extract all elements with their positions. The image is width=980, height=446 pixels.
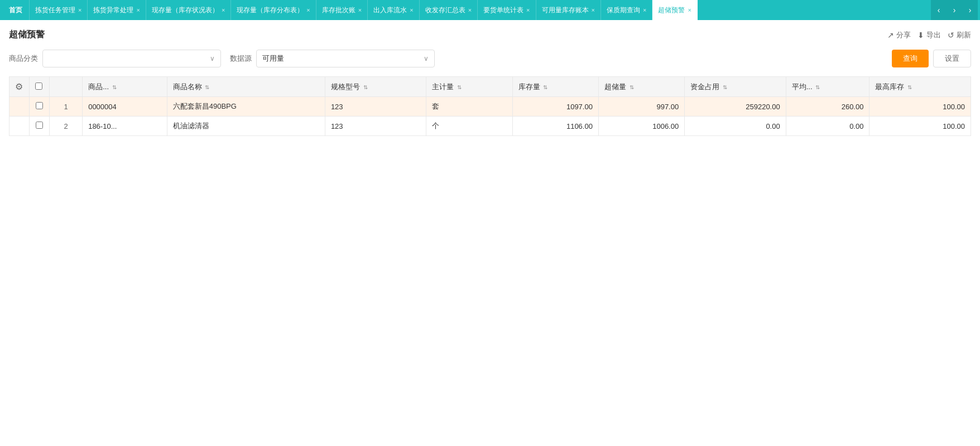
sort-icon-product-name[interactable]: ⇅ xyxy=(205,84,209,90)
header-actions: ↗ 分享 ⬇ 导出 ↺ 刷新 xyxy=(887,30,971,40)
data-source-filter: 数据源 可用量 ∨ xyxy=(230,50,435,67)
row-checkbox-0[interactable] xyxy=(36,102,43,109)
cell-spec-1: 123 xyxy=(325,117,426,136)
cell-overstock-0: 997.00 xyxy=(598,97,684,117)
cell-avg-0: 260.00 xyxy=(786,97,869,117)
export-icon: ⬇ xyxy=(917,31,924,40)
col-stock-header: 库存量 ⇅ xyxy=(512,77,598,97)
nav-arrows: ‹ › › xyxy=(931,0,978,20)
nav-more-button[interactable]: › xyxy=(962,0,978,20)
page-title: 超储预警 xyxy=(9,29,45,41)
col-overstock-header: 超储量 ⇅ xyxy=(598,77,684,97)
nav-tab-2[interactable]: 现存量（库存状况表） × xyxy=(146,0,231,20)
data-source-arrow-icon: ∨ xyxy=(424,55,429,62)
sort-icon-spec[interactable]: ⇅ xyxy=(363,84,368,90)
cell-product-name-1: 机油滤清器 xyxy=(167,117,325,136)
col-unit-header: 主计量 ⇅ xyxy=(426,77,512,97)
query-button[interactable]: 查询 xyxy=(892,50,929,67)
cell-index-0: 1 xyxy=(50,97,83,117)
nav-tab-close-9[interactable]: × xyxy=(643,7,646,13)
cell-avg-1: 0.00 xyxy=(786,117,869,136)
filter-buttons: 查询 设置 xyxy=(892,50,971,67)
col-avg-header: 平均... ⇅ xyxy=(786,77,869,97)
nav-next-button[interactable]: › xyxy=(947,0,962,20)
cell-unit-0: 套 xyxy=(426,97,512,117)
refresh-button[interactable]: ↺ 刷新 xyxy=(948,30,971,40)
col-spec-header: 规格型号 ⇅ xyxy=(325,77,426,97)
nav-tab-close-1[interactable]: × xyxy=(136,7,140,13)
top-navigation: 首页 拣货任务管理 × 拣货异常处理 × 现存量（库存状况表） × 现存量（库存… xyxy=(0,0,980,20)
settings-gear-icon[interactable]: ⚙ xyxy=(15,82,23,91)
nav-tab-5[interactable]: 出入库流水 × xyxy=(368,0,419,20)
cell-product-code-0: 0000004 xyxy=(83,97,167,117)
table-header-row: ⚙ 商品... ⇅ 商品名称 ⇅ 规格型号 ⇅ xyxy=(9,77,971,97)
nav-tab-3[interactable]: 现存量（库存分布表） × xyxy=(231,0,316,20)
sort-icon-unit[interactable]: ⇅ xyxy=(457,84,462,90)
cell-checkbox-0 xyxy=(30,97,50,117)
cell-unit-1: 个 xyxy=(426,117,512,136)
table-row: 2 186-10... 机油滤清器 123 个 1106.00 1006.00 … xyxy=(9,117,971,136)
nav-tab-close-2[interactable]: × xyxy=(222,7,225,13)
cell-stock-1: 1106.00 xyxy=(512,117,598,136)
col-settings: ⚙ xyxy=(9,77,30,97)
product-category-select[interactable]: ∨ xyxy=(42,50,221,67)
cell-capital-1: 0.00 xyxy=(685,117,786,136)
nav-tab-close-7[interactable]: × xyxy=(526,7,530,13)
export-button[interactable]: ⬇ 导出 xyxy=(917,30,941,40)
nav-tab-1[interactable]: 拣货异常处理 × xyxy=(88,0,146,20)
table-row: 1 0000004 六配套新昌490BPG 123 套 1097.00 997.… xyxy=(9,97,971,117)
cell-settings-0 xyxy=(9,97,30,117)
nav-tab-close-8[interactable]: × xyxy=(592,7,595,13)
nav-tab-7[interactable]: 要货单统计表 × xyxy=(478,0,536,20)
cell-checkbox-1 xyxy=(30,117,50,136)
cell-product-code-1: 186-10... xyxy=(83,117,167,136)
nav-tab-8[interactable]: 可用量库存账本 × xyxy=(536,0,601,20)
row-checkbox-1[interactable] xyxy=(36,122,43,129)
settings-button[interactable]: 设置 xyxy=(933,50,971,67)
col-product-code-header: 商品... ⇅ xyxy=(83,77,167,97)
nav-tab-0[interactable]: 拣货任务管理 × xyxy=(30,0,88,20)
col-max-stock-header: 最高库存 ⇅ xyxy=(869,77,971,97)
nav-tab-10[interactable]: 超储预警 × xyxy=(652,0,697,20)
data-source-value: 可用量 xyxy=(262,54,284,64)
nav-tab-close-5[interactable]: × xyxy=(410,7,413,13)
cell-product-name-0: 六配套新昌490BPG xyxy=(167,97,325,117)
cell-max-stock-1: 100.00 xyxy=(869,117,971,136)
select-all-checkbox[interactable] xyxy=(35,83,42,90)
page-header: 超储预警 ↗ 分享 ⬇ 导出 ↺ 刷新 xyxy=(9,29,971,41)
nav-tab-close-3[interactable]: × xyxy=(306,7,310,13)
nav-tab-6[interactable]: 收发存汇总表 × xyxy=(420,0,478,20)
sort-icon-overstock[interactable]: ⇅ xyxy=(630,84,634,90)
sort-icon-product-code[interactable]: ⇅ xyxy=(112,84,117,90)
share-button[interactable]: ↗ 分享 xyxy=(887,30,911,40)
cell-stock-0: 1097.00 xyxy=(512,97,598,117)
nav-tab-home[interactable]: 首页 xyxy=(2,0,30,20)
nav-tab-4[interactable]: 库存批次账 × xyxy=(316,0,368,20)
share-icon: ↗ xyxy=(887,31,894,40)
sort-icon-max-stock[interactable]: ⇅ xyxy=(907,84,912,90)
cell-index-1: 2 xyxy=(50,117,83,136)
sort-icon-avg[interactable]: ⇅ xyxy=(815,84,820,90)
nav-tab-close-4[interactable]: × xyxy=(358,7,362,13)
product-category-arrow-icon: ∨ xyxy=(210,55,215,62)
cell-max-stock-0: 100.00 xyxy=(869,97,971,117)
refresh-icon: ↺ xyxy=(948,31,954,40)
data-source-select[interactable]: 可用量 ∨ xyxy=(256,50,435,67)
product-category-filter: 商品分类 ∨ xyxy=(9,50,221,67)
nav-tab-close-10[interactable]: × xyxy=(688,7,691,13)
main-content: 超储预警 ↗ 分享 ⬇ 导出 ↺ 刷新 商品分类 ∨ 数据源 xyxy=(0,20,980,446)
data-table: ⚙ 商品... ⇅ 商品名称 ⇅ 规格型号 ⇅ xyxy=(9,76,971,136)
col-product-name-header: 商品名称 ⇅ xyxy=(167,77,325,97)
nav-tab-9[interactable]: 保质期查询 × xyxy=(601,0,652,20)
cell-overstock-1: 1006.00 xyxy=(598,117,684,136)
cell-capital-0: 259220.00 xyxy=(685,97,786,117)
col-checkbox-header xyxy=(30,77,50,97)
nav-prev-button[interactable]: ‹ xyxy=(931,0,947,20)
nav-tab-close-6[interactable]: × xyxy=(468,7,472,13)
sort-icon-stock[interactable]: ⇅ xyxy=(543,84,547,90)
data-source-label: 数据源 xyxy=(230,54,252,64)
sort-icon-capital[interactable]: ⇅ xyxy=(723,84,727,90)
product-category-label: 商品分类 xyxy=(9,54,38,64)
cell-settings-1 xyxy=(9,117,30,136)
nav-tab-close-0[interactable]: × xyxy=(78,7,81,13)
